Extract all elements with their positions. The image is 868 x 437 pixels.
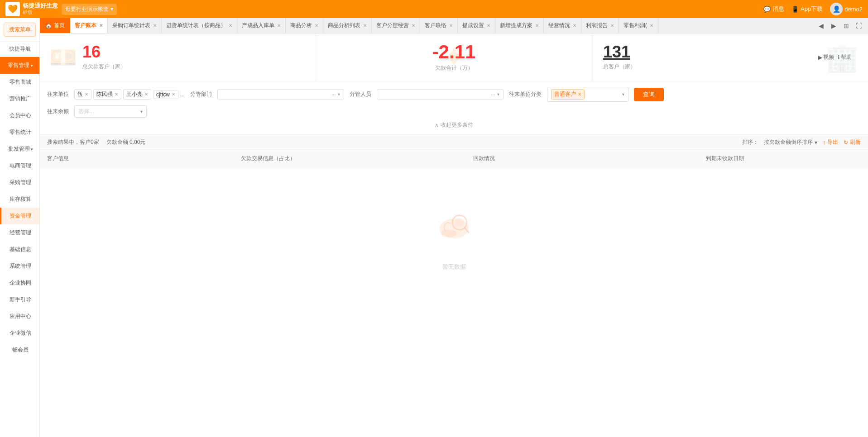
tab-customer-segment[interactable]: 客户分层经营 ✕ <box>372 18 420 33</box>
col-header-due-date: 到期未收款日期 <box>706 155 861 162</box>
tab-goods-analysis-list[interactable]: 商品分析列表 ✕ <box>323 18 372 33</box>
sidebar-item-enterprise[interactable]: 企业协同 <box>0 275 39 291</box>
tab-purchase-order[interactable]: 采购订单统计表 ✕ <box>108 18 162 33</box>
category-tag-close[interactable]: ✕ <box>578 92 581 97</box>
tab-close-customer-segment[interactable]: ✕ <box>412 23 415 28</box>
filter-row-2: 往来余额 选择... ▾ <box>47 105 861 118</box>
tab-stock-stats[interactable]: 进货单统计表（按商品） ✕ <box>162 18 237 33</box>
sidebar-item-wechat[interactable]: 企业微信 <box>0 325 39 342</box>
sort-text: 排序： <box>742 138 758 146</box>
sidebar-item-ecommerce[interactable]: 电商管理 <box>0 157 39 174</box>
sidebar-item-retail-stats[interactable]: 零售统计 <box>0 124 39 141</box>
sidebar-item-basic-info[interactable]: 基础信息 <box>0 241 39 258</box>
tab-fullscreen-btn[interactable]: ⛶ <box>854 20 864 31</box>
sort-select[interactable]: 按欠款金额倒序排序 ▾ <box>764 138 817 146</box>
tab-retail-profit[interactable]: 零售利润( ✕ <box>619 18 658 33</box>
sidebar-item-retail-mgmt[interactable]: 零售管理 ▾ <box>0 57 39 74</box>
user-avatar-btn[interactable]: 👤 demo2 <box>830 3 863 15</box>
tab-close-retail-profit[interactable]: ✕ <box>650 23 653 28</box>
sidebar-item-system[interactable]: 系统管理 <box>0 258 39 275</box>
tab-new-raise-plan[interactable]: 新增提成方案 ✕ <box>495 18 544 33</box>
sort-chevron-icon: ▾ <box>815 139 817 146</box>
export-btn[interactable]: ↑ 导出 <box>823 138 838 146</box>
category-tag-normal: 普通客户 ✕ <box>551 89 585 100</box>
sidebar-item-finance[interactable]: 资金管理 <box>0 208 39 224</box>
tab-close-customer-book[interactable]: ✕ <box>99 23 103 28</box>
stat-credit-customers: 💴 16 总欠款客户（家） <box>40 33 316 81</box>
sidebar-item-newbie[interactable]: 新手引导 <box>0 291 39 308</box>
tab-next-btn[interactable]: ▶ <box>828 20 839 31</box>
app-download-btn[interactable]: 📱 App下载 <box>791 5 823 13</box>
unit-tag-wu-close[interactable]: ✕ <box>85 92 88 97</box>
category-chevron-icon: ▾ <box>622 92 624 97</box>
person-filter-dots[interactable]: ··· <box>491 91 495 98</box>
unit-tag-wu: 伍 ✕ <box>74 89 91 100</box>
account-selector[interactable]: 母婴行业演示帐套 ▾ <box>62 4 117 15</box>
sidebar-item-marketing[interactable]: 营销推广 <box>0 90 39 107</box>
unit-tag-wang-close[interactable]: ✕ <box>144 92 148 97</box>
sidebar-item-vip-member[interactable]: 畅会员 <box>0 342 39 358</box>
stat-total-customers: 🏢 131 总客户（家） ▶ 视频 ℹ <box>592 33 868 81</box>
tab-close-purchase-order[interactable]: ✕ <box>153 23 157 28</box>
category-filter-area[interactable]: 普通客户 ✕ ▾ <box>547 87 628 102</box>
building-bg-icon: 🏢 <box>825 42 859 72</box>
sidebar-item-label: 企业微信 <box>10 330 31 336</box>
sidebar-item-operations[interactable]: 经营管理 <box>0 224 39 241</box>
unit-tag-chen: 陈民强 ✕ <box>93 89 121 100</box>
sidebar-item-app-center[interactable]: 应用中心 <box>0 308 39 325</box>
refresh-btn[interactable]: ↻ 刷新 <box>844 138 861 146</box>
sidebar-search-area: 搜索菜单 <box>0 18 39 42</box>
balance-filter-select[interactable]: 选择... ▾ <box>74 105 147 118</box>
tab-expand-btn[interactable]: ⊞ <box>841 20 852 31</box>
query-button[interactable]: 查询 <box>634 88 664 101</box>
tab-close-cost-instock[interactable]: ✕ <box>277 23 281 28</box>
money-bg-icon: 💴 <box>49 45 77 70</box>
dept-chevron-icon: ▾ <box>338 92 340 97</box>
category-filter-label: 往来单位分类 <box>509 90 542 98</box>
collapse-row: ∧ 收起更多条件 <box>47 121 861 129</box>
sidebar-item-wholesale-mgmt[interactable]: 批发管理 ▾ <box>0 141 39 157</box>
tab-close-business-status[interactable]: ✕ <box>573 23 576 28</box>
search-menu-btn[interactable]: 搜索菜单 <box>4 23 36 37</box>
unit-tag-chen-close[interactable]: ✕ <box>115 92 118 97</box>
tab-close-customer-contact[interactable]: ✕ <box>449 23 453 28</box>
unit-tag-cjttcw: cjttcw ✕ <box>153 90 178 99</box>
tab-goods-analysis[interactable]: 商品分析 ✕ <box>286 18 323 33</box>
tab-close-stock-stats[interactable]: ✕ <box>229 23 232 28</box>
tab-close-raise-settings[interactable]: ✕ <box>487 23 490 28</box>
tab-close-new-raise-plan[interactable]: ✕ <box>535 23 539 28</box>
dept-filter-select[interactable]: ··· ▾ <box>217 89 344 100</box>
sidebar-item-retail-mall[interactable]: 零售商城 <box>0 74 39 90</box>
unit-tag-cjttcw-close[interactable]: ✕ <box>172 92 175 97</box>
search-result-text: 搜索结果中，客户0家 <box>47 138 99 146</box>
quick-nav-btn[interactable]: 快捷导航 <box>0 42 39 57</box>
tab-label: 新增提成方案 <box>500 22 532 29</box>
tab-profit-report[interactable]: 利润报告 ✕ <box>581 18 619 33</box>
content-area: 🏠 首页 客户账本 ✕ 采购订单统计表 ✕ 进货单统计表（按商品） ✕ 产成品入… <box>40 18 868 437</box>
message-btn[interactable]: 💬 消息 <box>763 5 784 13</box>
logo-main-text: 畅捷通好生意 <box>23 2 58 10</box>
sidebar-item-purchase[interactable]: 采购管理 <box>0 174 39 191</box>
logo: 🧡 畅捷通好生意 标版 <box>5 2 58 16</box>
tab-close-profit-report[interactable]: ✕ <box>610 23 614 28</box>
tab-cost-instock[interactable]: 产成品入库单 ✕ <box>237 18 286 33</box>
sidebar-item-inventory[interactable]: 库存核算 <box>0 191 39 208</box>
sidebar-item-member-center[interactable]: 会员中心 <box>0 107 39 124</box>
tab-raise-settings[interactable]: 提成设置 ✕ <box>458 18 495 33</box>
dept-filter-dots[interactable]: ··· <box>331 91 336 98</box>
tab-prev-btn[interactable]: ◀ <box>815 20 826 31</box>
unit-filter-more[interactable]: ... <box>180 91 185 98</box>
svg-point-2 <box>455 218 464 227</box>
sidebar-item-label: 基础信息 <box>10 246 31 252</box>
tab-close-goods-analysis[interactable]: ✕ <box>315 23 318 28</box>
sidebar-item-label: 零售管理 <box>8 62 29 68</box>
tab-customer-contact[interactable]: 客户联络 ✕ <box>420 18 458 33</box>
tab-customer-book[interactable]: 客户账本 ✕ <box>70 18 108 33</box>
tab-close-goods-analysis-list[interactable]: ✕ <box>363 23 367 28</box>
stat-number-credit-customers: 16 <box>82 44 126 60</box>
account-label: 母婴行业演示帐套 <box>65 5 109 13</box>
tab-business-status[interactable]: 经营情况 ✕ <box>544 18 581 33</box>
tab-home[interactable]: 🏠 首页 <box>40 18 70 33</box>
person-filter-select[interactable]: ··· ▾ <box>377 89 504 100</box>
collapse-btn[interactable]: ∧ 收起更多条件 <box>435 121 473 129</box>
